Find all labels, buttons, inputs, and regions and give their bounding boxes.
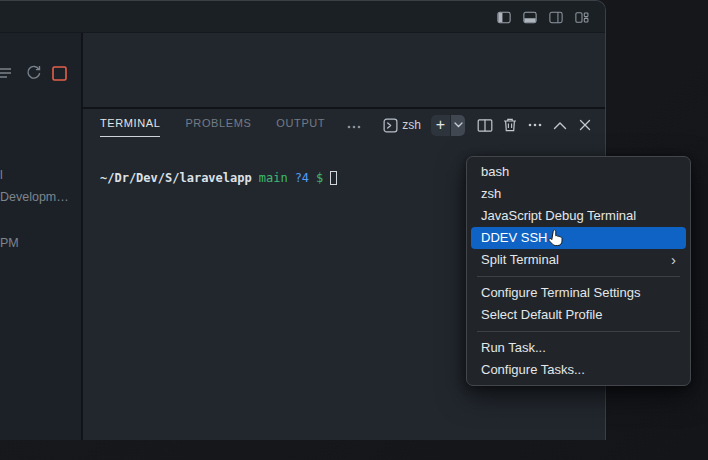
panel-toolbar: zsh + — [383, 113, 593, 137]
terminal-prompt: ~/Dr/Dev/S/laravelapp main ?4 $ — [100, 171, 337, 185]
menu-item-bash[interactable]: bash — [467, 161, 690, 183]
hand-cursor-icon — [547, 229, 564, 252]
menu-item-label: DDEV SSH — [481, 227, 547, 249]
panel-tab-bar: TERMINAL PROBLEMS OUTPUT — [100, 111, 362, 137]
desktop-background: l Developm… PM TERMINAL PROBLEMS OUTPUT — [0, 0, 708, 460]
menu-item-label: bash — [481, 161, 509, 183]
more-tabs-icon[interactable] — [346, 116, 362, 134]
chevron-down-icon — [454, 122, 463, 128]
menu-item-configure-terminal-settings[interactable]: Configure Terminal Settings — [467, 282, 690, 304]
menu-item-label: JavaScript Debug Terminal — [481, 205, 636, 227]
menu-separator — [477, 276, 680, 277]
editor-area — [83, 33, 605, 107]
terminal-icon — [383, 118, 398, 133]
customize-layout-icon[interactable] — [575, 10, 589, 24]
menu-item-select-default-profile[interactable]: Select Default Profile — [467, 304, 690, 326]
prompt-path: ~/Dr/Dev/S/laravelapp — [100, 171, 252, 185]
menu-item-label: Run Task... — [481, 337, 546, 359]
filter-lines-icon[interactable] — [0, 66, 12, 84]
tab-terminal[interactable]: TERMINAL — [100, 111, 160, 137]
maximize-panel-icon[interactable] — [551, 117, 568, 134]
menu-item-label: Configure Tasks... — [481, 359, 585, 381]
menu-item-split-terminal[interactable]: Split Terminal › — [467, 249, 690, 271]
menu-item-ddev-ssh[interactable]: DDEV SSH — [471, 227, 686, 249]
menu-item-label: Select Default Profile — [481, 304, 602, 326]
menu-item-run-task[interactable]: Run Task... — [467, 337, 690, 359]
sidebar: l Developm… PM — [0, 33, 81, 440]
toggle-secondary-sidebar-icon[interactable] — [549, 10, 563, 24]
toggle-panel-icon[interactable] — [523, 10, 537, 24]
shell-label: zsh — [402, 118, 421, 132]
tab-output[interactable]: OUTPUT — [276, 111, 325, 137]
more-actions-icon[interactable] — [526, 117, 543, 134]
layout-controls — [497, 10, 589, 24]
titlebar — [0, 1, 605, 33]
prompt-git-branch: main — [259, 171, 288, 185]
submenu-arrow-icon: › — [671, 249, 676, 271]
menu-item-label: zsh — [481, 183, 501, 205]
refresh-icon[interactable] — [25, 64, 42, 85]
new-terminal-split-button: + — [431, 115, 465, 136]
menu-item-configure-tasks[interactable]: Configure Tasks... — [467, 359, 690, 381]
menu-separator — [477, 331, 680, 332]
sidebar-item-timestamp[interactable]: PM — [0, 236, 19, 250]
sidebar-item-partial[interactable]: l — [0, 168, 3, 182]
new-terminal-button[interactable]: + — [431, 115, 450, 136]
terminal-instance-tab[interactable]: zsh — [383, 118, 421, 133]
terminal-profile-dropdown-button[interactable] — [450, 115, 465, 136]
menu-item-js-debug-terminal[interactable]: JavaScript Debug Terminal — [467, 205, 690, 227]
prompt-git-status: ?4 — [295, 171, 309, 185]
terminal-profile-context-menu: bash zsh JavaScript Debug Terminal DDEV … — [466, 156, 691, 386]
stop-square-icon[interactable] — [52, 66, 67, 85]
sidebar-item-development[interactable]: Developm… — [0, 190, 69, 204]
kill-terminal-icon[interactable] — [501, 117, 518, 134]
toggle-primary-sidebar-icon[interactable] — [497, 10, 511, 24]
menu-item-zsh[interactable]: zsh — [467, 183, 690, 205]
sidebar-toolbar — [0, 63, 81, 83]
tab-problems[interactable]: PROBLEMS — [185, 111, 251, 137]
menu-item-label: Split Terminal — [481, 249, 559, 271]
close-panel-icon[interactable] — [576, 117, 593, 134]
prompt-symbol: $ — [316, 171, 323, 185]
menu-item-label: Configure Terminal Settings — [481, 282, 640, 304]
terminal-cursor — [330, 171, 337, 185]
split-terminal-icon[interactable] — [476, 117, 493, 134]
